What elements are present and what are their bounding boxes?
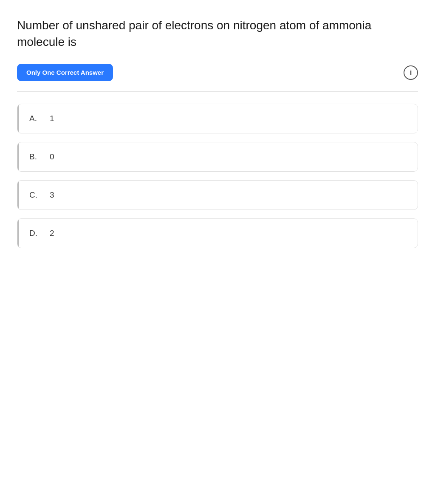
option-item[interactable]: B.0 — [17, 142, 418, 172]
option-value: 0 — [50, 152, 54, 161]
options-list: A.1B.0C.3D.2 — [17, 104, 418, 248]
option-value: 3 — [50, 190, 54, 200]
option-letter: A. — [29, 114, 40, 123]
option-content: A.1 — [19, 104, 418, 133]
option-item[interactable]: C.3 — [17, 180, 418, 210]
answer-type-badge: Only One Correct Answer — [17, 64, 113, 81]
option-content: B.0 — [19, 142, 418, 171]
option-item[interactable]: A.1 — [17, 104, 418, 133]
option-content: D.2 — [19, 219, 418, 248]
option-letter: D. — [29, 229, 40, 238]
option-letter: B. — [29, 152, 40, 161]
option-value: 2 — [50, 229, 54, 238]
option-letter: C. — [29, 190, 40, 200]
option-content: C.3 — [19, 181, 418, 210]
option-value: 1 — [50, 114, 54, 123]
section-divider — [17, 91, 418, 92]
answer-type-row: Only One Correct Answer i — [17, 64, 418, 81]
info-icon[interactable]: i — [404, 65, 418, 80]
option-item[interactable]: D.2 — [17, 218, 418, 248]
question-title: Number of unshared pair of electrons on … — [17, 17, 418, 50]
